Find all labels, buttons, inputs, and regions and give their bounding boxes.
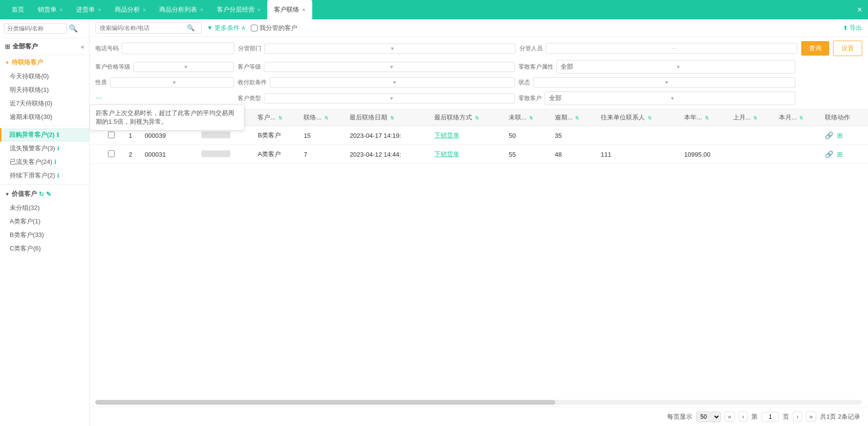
sort-icon[interactable]: ⇅ bbox=[705, 115, 709, 120]
scrollbar-thumb[interactable] bbox=[95, 400, 555, 405]
close-icon[interactable]: × bbox=[98, 7, 101, 13]
phone-field: 电话号码 bbox=[95, 43, 234, 54]
all-customers-title[interactable]: ⊞ 全部客户 « bbox=[0, 38, 89, 55]
nav-product-analysis[interactable]: 商品分析 × bbox=[108, 0, 152, 19]
ellipsis-icon[interactable]: ··· bbox=[671, 45, 793, 51]
sidebar-item-churned[interactable]: 已流失客户(24) ℹ bbox=[0, 155, 89, 169]
first-page-btn[interactable]: « bbox=[725, 411, 735, 422]
sidebar-item-declining[interactable]: 持续下滑客户(2) ℹ bbox=[0, 169, 89, 182]
row-checkbox[interactable] bbox=[108, 150, 115, 157]
sort-icon[interactable]: ⇅ bbox=[575, 115, 579, 120]
page-unit-label: 页 bbox=[783, 412, 789, 421]
sidebar-search-input[interactable] bbox=[4, 23, 67, 34]
value-group-title[interactable]: ▼ 价值客户 ↻ ✎ bbox=[0, 187, 89, 201]
empty-field: ··· bbox=[95, 94, 234, 103]
sidebar-item-7days[interactable]: 近7天待联络(0) bbox=[0, 97, 89, 110]
sidebar-item-ungrouped[interactable]: 未分组(32) bbox=[0, 201, 89, 215]
divider bbox=[0, 126, 89, 126]
sort-icon[interactable]: ⇅ bbox=[475, 115, 479, 120]
last-page-btn[interactable]: » bbox=[806, 411, 816, 422]
sidebar-item-today[interactable]: 今天待联络(0) bbox=[0, 70, 89, 83]
sidebar-item-churn-warning[interactable]: 流失预警客户(3) ℹ bbox=[0, 142, 89, 155]
link-action-icon[interactable]: 🔗 bbox=[825, 150, 833, 158]
chevron-down-icon: ▼ bbox=[390, 46, 512, 51]
this-month-cell bbox=[775, 126, 821, 145]
per-page-select[interactable]: 50 20 100 bbox=[696, 411, 721, 422]
refresh-icon[interactable]: ↻ bbox=[39, 191, 44, 198]
filter-row-1: 电话号码 分管部门 ▼ 分管人员 ··· 查 bbox=[95, 41, 862, 56]
sort-icon[interactable]: ⇅ bbox=[648, 115, 652, 120]
sidebar-item-tomorrow[interactable]: 明天待联络(1) bbox=[0, 83, 89, 97]
actions-header: 联络动作 bbox=[821, 109, 868, 126]
search-input[interactable] bbox=[100, 25, 187, 31]
last-month-cell bbox=[729, 145, 775, 164]
window-close-btn[interactable]: × bbox=[857, 5, 862, 15]
nav-customer-tier[interactable]: 客户分层经营 × bbox=[210, 0, 267, 19]
this-month-cell bbox=[775, 145, 821, 164]
collapse-icon[interactable]: « bbox=[81, 43, 84, 50]
retail-customer-select[interactable]: 全部 ▼ bbox=[545, 91, 795, 105]
next-page-btn[interactable]: › bbox=[793, 411, 802, 422]
last-contact-way-cell[interactable]: 下销货单 bbox=[430, 145, 505, 164]
grid-action-icon[interactable]: ⊞ bbox=[837, 132, 843, 139]
status-select[interactable]: ▼ bbox=[533, 77, 795, 88]
my-customer-checkbox-area[interactable]: 我分管的客户 bbox=[251, 24, 297, 32]
more-dots-icon[interactable]: ··· bbox=[95, 94, 102, 103]
payment-select[interactable]: ▼ bbox=[270, 77, 515, 88]
phone-input[interactable] bbox=[122, 43, 234, 54]
sidebar-item-b-class[interactable]: B类客户(33) bbox=[0, 228, 89, 242]
total-label: 共1页 2条记录 bbox=[820, 412, 860, 421]
sidebar-item-a-class[interactable]: A类客户(1) bbox=[0, 215, 89, 228]
more-conditions-btn[interactable]: ▼ 更多条件 ∧ bbox=[207, 24, 246, 32]
last-contact-way-cell[interactable]: 下销货单 bbox=[430, 126, 505, 145]
sidebar-search-btn[interactable]: 🔍 bbox=[69, 24, 78, 33]
price-tier-select[interactable]: ▼ bbox=[133, 62, 234, 72]
query-button[interactable]: 查询 bbox=[801, 41, 829, 56]
department-select[interactable]: ▼ bbox=[264, 44, 516, 54]
overdue-header: 逾期... ⇅ bbox=[551, 109, 597, 126]
uncontacted-cell: 50 bbox=[505, 126, 551, 145]
nav-product-analysis-list[interactable]: 商品分析列表 × bbox=[152, 0, 210, 19]
close-icon[interactable]: × bbox=[143, 7, 146, 13]
filter-row-4: ··· 客户类型 ▼ 零散客户 全部 ▼ bbox=[95, 91, 862, 105]
horizontal-scrollbar[interactable] bbox=[95, 400, 862, 405]
export-btn[interactable]: ⬆ 导出 bbox=[843, 24, 862, 32]
manager-select[interactable]: ··· bbox=[546, 43, 797, 54]
grid-action-icon[interactable]: ⊞ bbox=[837, 150, 843, 158]
close-icon[interactable]: × bbox=[302, 7, 305, 13]
contact-person-cell bbox=[597, 126, 680, 145]
page-input[interactable] bbox=[761, 412, 779, 422]
nav-purchase-order[interactable]: 进货单 × bbox=[69, 0, 107, 19]
sort-icon[interactable]: ⇅ bbox=[799, 115, 803, 120]
nav-customer-contact[interactable]: 客户联络 × bbox=[267, 0, 312, 19]
customer-tier-select[interactable]: ▼ bbox=[264, 62, 515, 72]
sort-icon[interactable]: ⇅ bbox=[753, 115, 757, 120]
retail-attr-select[interactable]: 全部 ▼ bbox=[556, 60, 795, 73]
search-icon[interactable]: 🔍 bbox=[187, 24, 195, 31]
row-checkbox[interactable] bbox=[108, 132, 115, 138]
sort-icon[interactable]: ⇅ bbox=[324, 115, 328, 120]
checkbox-cell[interactable] bbox=[104, 145, 125, 164]
sidebar-item-overdue[interactable]: 逾期未联络(30) bbox=[0, 110, 89, 124]
close-icon[interactable]: × bbox=[60, 7, 62, 13]
prev-page-btn[interactable]: ‹ bbox=[739, 411, 747, 422]
sidebar-item-c-class[interactable]: C类客户(6) bbox=[0, 242, 89, 255]
setting-button[interactable]: 设置 bbox=[833, 41, 862, 56]
sidebar-item-repeat-abnormal[interactable]: 回购异常客户(2) ℹ bbox=[0, 128, 89, 142]
sort-icon[interactable]: ⇅ bbox=[278, 115, 282, 120]
close-icon[interactable]: × bbox=[200, 7, 203, 13]
nav-sales-order[interactable]: 销货单 × bbox=[31, 0, 69, 19]
this-year-cell bbox=[680, 126, 729, 145]
link-action-icon[interactable]: 🔗 bbox=[825, 132, 833, 139]
my-customer-checkbox[interactable] bbox=[251, 25, 258, 31]
edit-icon[interactable]: ✎ bbox=[46, 191, 51, 198]
nav-home[interactable]: 首页 bbox=[5, 0, 31, 19]
customer-type-select[interactable]: ▼ bbox=[264, 93, 515, 103]
sort-icon[interactable]: ⇅ bbox=[529, 115, 533, 120]
nature-select[interactable]: ▼ bbox=[110, 77, 234, 88]
pending-group-title[interactable]: ▼ 待联络客户 bbox=[0, 55, 89, 70]
sort-icon[interactable]: ⇅ bbox=[390, 115, 394, 120]
contact-person-cell: 111 bbox=[597, 145, 680, 164]
close-icon[interactable]: × bbox=[258, 7, 260, 13]
last-month-cell bbox=[729, 126, 775, 145]
